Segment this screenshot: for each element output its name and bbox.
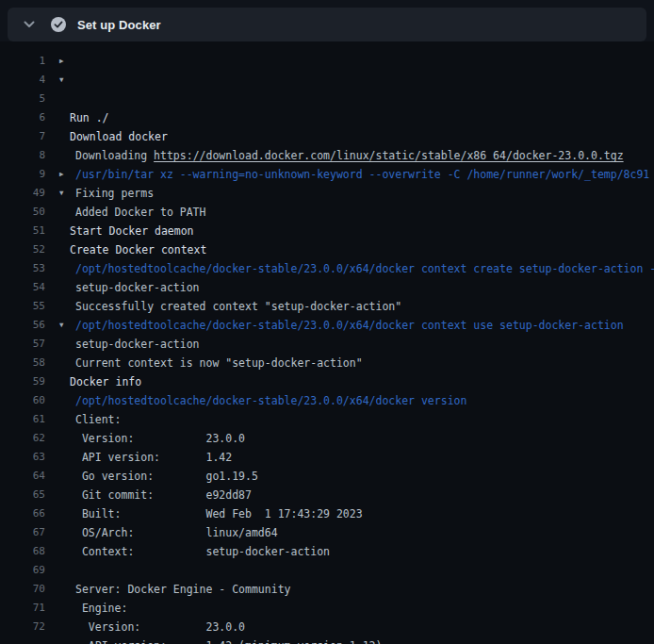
log-line: 68 Engine: <box>0 542 654 561</box>
line-number[interactable]: 8 <box>0 146 45 165</box>
line-number[interactable]: 63 <box>0 448 45 467</box>
log-line: 62 Git commit: e92dd87 <box>0 429 654 448</box>
log-line: 57 /opt/hostedtoolcache/docker-stable/23… <box>0 335 654 354</box>
group-expanded-icon[interactable]: ▼ <box>59 184 69 203</box>
log-line: 7 Fixing perms <box>0 127 654 146</box>
log-line: 61 Go version: go1.19.5 <box>0 410 654 429</box>
log-line: 70 API version: 1.42 (minimum version 1.… <box>0 580 654 599</box>
line-number[interactable]: 68 <box>0 542 45 561</box>
chevron-down-icon-svg <box>24 21 35 28</box>
line-number[interactable]: 72 <box>0 618 45 636</box>
line-number[interactable]: 58 <box>0 354 45 372</box>
group-collapsed-icon[interactable]: ▶ <box>59 165 69 184</box>
log-line: 49 Create Docker context ▼ <box>0 184 654 203</box>
group-collapsed-icon[interactable]: ▶ <box>59 52 69 71</box>
line-number[interactable]: 71 <box>0 599 45 618</box>
log-line: 8 Added Docker to PATH <box>0 146 654 165</box>
group-expanded-icon[interactable]: ▼ <box>59 316 69 335</box>
line-number[interactable]: 69 <box>0 561 45 580</box>
line-number[interactable]: 64 <box>0 467 45 486</box>
check-circle-icon-svg <box>51 17 66 32</box>
line-number[interactable]: 50 <box>0 203 45 222</box>
log-line: 52 Successfully created context "setup-d… <box>0 240 654 259</box>
line-number[interactable]: 65 <box>0 486 45 504</box>
step-title: Set up Docker <box>77 18 161 32</box>
line-number[interactable]: 5 <box>0 90 45 108</box>
line-number[interactable]: 7 <box>0 127 45 146</box>
line-number[interactable]: 52 <box>0 240 45 259</box>
log-line: 69 Version: 23.0.0 <box>0 561 654 580</box>
line-number[interactable]: 6 <box>0 108 45 127</box>
line-number[interactable]: 56 <box>0 316 45 335</box>
line-number[interactable]: 53 <box>0 259 45 278</box>
log-line: 50 /opt/hostedtoolcache/docker-stable/23… <box>0 203 654 222</box>
log-line: 60 API version: 1.42 <box>0 391 654 410</box>
log-line: 54 setup-docker-action <box>0 278 654 297</box>
line-number[interactable]: 62 <box>0 429 45 448</box>
line-number[interactable]: 1 <box>0 52 45 71</box>
log-line: 71 Go version: go1.19.5 <box>0 599 654 618</box>
line-number[interactable]: 49 <box>0 184 45 203</box>
step-header[interactable]: Set up Docker <box>8 8 646 41</box>
line-number[interactable]: 67 <box>0 523 45 542</box>
line-number[interactable]: 54 <box>0 278 45 297</box>
line-number[interactable]: 55 <box>0 297 45 316</box>
line-number[interactable]: 70 <box>0 580 45 599</box>
log-line: 56 Docker info ▼ <box>0 316 654 335</box>
line-number[interactable]: 61 <box>0 410 45 429</box>
log-line: 65 Context: setup-docker-action <box>0 486 654 504</box>
chevron-down-icon[interactable] <box>21 16 38 33</box>
group-expanded-icon[interactable]: ▼ <box>59 71 69 90</box>
log-line: 5 Downloading https://download.docker.co… <box>0 90 654 108</box>
log-line: 51 setup-docker-action <box>0 222 654 240</box>
line-number[interactable]: 59 <box>0 372 45 391</box>
log-line: 4 Download docker ▼ <box>0 71 654 90</box>
log-line: 53 /opt/hostedtoolcache/docker-stable/23… <box>0 259 654 278</box>
line-number[interactable]: 51 <box>0 222 45 240</box>
check-circle-icon <box>51 17 66 32</box>
line-number[interactable]: 9 <box>0 165 45 184</box>
log-line: 58 Client: <box>0 354 654 372</box>
line-number[interactable]: 57 <box>0 335 45 354</box>
log-line: 1 Run ./ ▶ <box>0 52 654 71</box>
line-number[interactable]: 4 <box>0 71 45 90</box>
line-number[interactable]: 66 <box>0 504 45 523</box>
log-line: 59 Version: 23.0.0 <box>0 372 654 391</box>
line-number[interactable]: 60 <box>0 391 45 410</box>
log-line: 9 Start Docker daemon ▶ <box>0 165 654 184</box>
log-line: 6 /usr/bin/tar xz --warning=no-unknown-k… <box>0 108 654 127</box>
log-line: 63 Built: Wed Feb 1 17:43:29 2023 <box>0 448 654 467</box>
log-line: 55 Current context is now "setup-docker-… <box>0 297 654 316</box>
log-line: 66 <box>0 504 654 523</box>
log-line: 72 Git commit: d7573ab <box>0 618 654 636</box>
log-line: 67 Server: Docker Engine - Community <box>0 523 654 542</box>
log-line: 64 OS/Arch: linux/amd64 <box>0 467 654 486</box>
log-viewer: 1 Run ./ ▶ 4 Download docker ▼ 5 Downloa… <box>0 41 654 644</box>
